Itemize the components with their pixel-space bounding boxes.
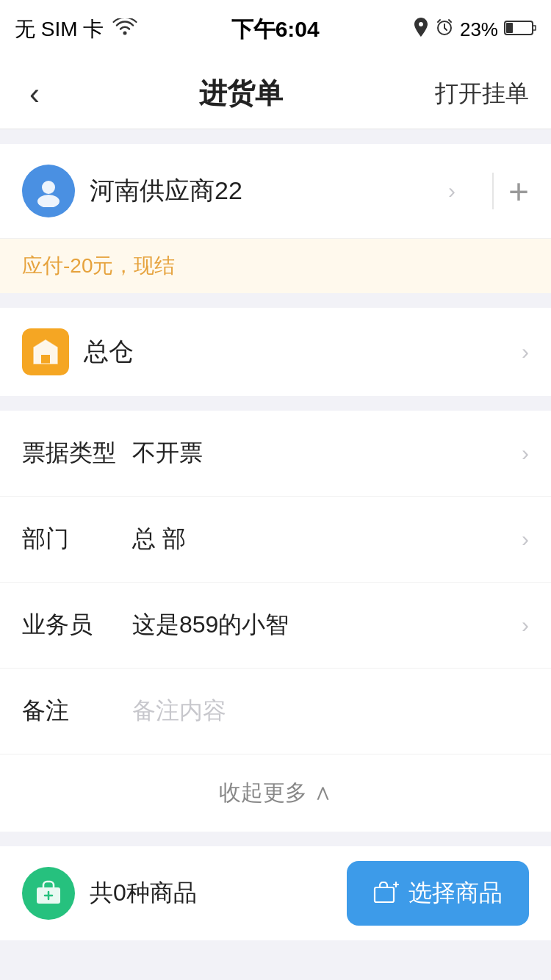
section-gap-1 xyxy=(0,129,551,144)
status-bar: 无 SIM 卡 下午6:04 23 xyxy=(0,0,551,59)
invoice-type-row[interactable]: 票据类型 不开票 › xyxy=(0,411,551,497)
salesman-arrow-icon: › xyxy=(522,613,529,638)
alarm-icon xyxy=(435,18,454,42)
department-value: 总 部 xyxy=(125,523,522,555)
supplier-avatar xyxy=(22,165,75,217)
invoice-type-value: 不开票 xyxy=(125,437,522,469)
bottom-spacer xyxy=(0,940,551,980)
svg-rect-8 xyxy=(41,355,50,364)
add-supplier-button[interactable]: + xyxy=(508,171,529,212)
goods-count-label: 共0种商品 xyxy=(90,877,347,909)
section-gap-2 xyxy=(0,293,551,308)
warehouse-section: 总仓 › xyxy=(0,308,551,396)
select-goods-label: 选择商品 xyxy=(408,877,503,909)
section-gap-3 xyxy=(0,396,551,411)
form-section: 票据类型 不开票 › 部门 总 部 › 业务员 这是859的小智 › 备注 备注… xyxy=(0,411,551,832)
open-pending-button[interactable]: 打开挂单 xyxy=(435,78,529,110)
status-time: 下午6:04 xyxy=(231,15,320,45)
department-arrow-icon: › xyxy=(522,527,529,552)
svg-point-6 xyxy=(42,181,55,194)
warehouse-row[interactable]: 总仓 › xyxy=(0,308,551,396)
supplier-section: 河南供应商22 › + 应付-20元，现结 xyxy=(0,144,551,293)
section-gap-4 xyxy=(0,832,551,846)
svg-line-3 xyxy=(444,28,447,30)
salesman-row[interactable]: 业务员 这是859的小智 › xyxy=(0,583,551,669)
salesman-value: 这是859的小智 xyxy=(125,609,522,641)
nav-bar: ‹ 进货单 打开挂单 xyxy=(0,59,551,129)
back-button[interactable]: ‹ xyxy=(22,69,47,119)
location-icon xyxy=(413,18,429,42)
svg-rect-5 xyxy=(506,23,513,33)
remark-row[interactable]: 备注 备注内容 xyxy=(0,669,551,754)
supplier-name: 河南供应商22 xyxy=(90,174,448,208)
remark-input[interactable]: 备注内容 xyxy=(125,695,529,727)
page-title: 进货单 xyxy=(199,75,283,112)
status-right: 23% xyxy=(413,18,536,42)
goods-bar: 共0种商品 选择商品 xyxy=(0,846,551,940)
invoice-type-arrow-icon: › xyxy=(522,441,529,466)
svg-point-7 xyxy=(37,195,60,207)
status-left: 无 SIM 卡 xyxy=(15,15,137,43)
department-label: 部门 xyxy=(22,523,125,555)
notice-bar: 应付-20元，现结 xyxy=(0,239,551,293)
battery-icon xyxy=(504,18,536,41)
supplier-arrow-icon: › xyxy=(448,179,455,203)
department-row[interactable]: 部门 总 部 › xyxy=(0,497,551,583)
goods-icon xyxy=(22,867,75,920)
carrier-label: 无 SIM 卡 xyxy=(15,15,104,43)
warehouse-name: 总仓 xyxy=(84,335,522,369)
battery-label: 23% xyxy=(460,18,498,41)
supplier-row[interactable]: 河南供应商22 › + xyxy=(0,144,551,239)
remark-label: 备注 xyxy=(22,695,125,727)
wifi-icon xyxy=(112,18,137,41)
warehouse-arrow-icon: › xyxy=(522,339,529,364)
svg-rect-12 xyxy=(375,887,394,902)
salesman-label: 业务员 xyxy=(22,609,125,641)
select-goods-button[interactable]: 选择商品 xyxy=(347,861,529,926)
warehouse-icon xyxy=(22,328,69,375)
divider xyxy=(492,173,494,209)
invoice-type-label: 票据类型 xyxy=(22,437,125,469)
collapse-bar[interactable]: 收起更多 ∧ xyxy=(0,754,551,832)
svg-point-0 xyxy=(123,32,127,35)
